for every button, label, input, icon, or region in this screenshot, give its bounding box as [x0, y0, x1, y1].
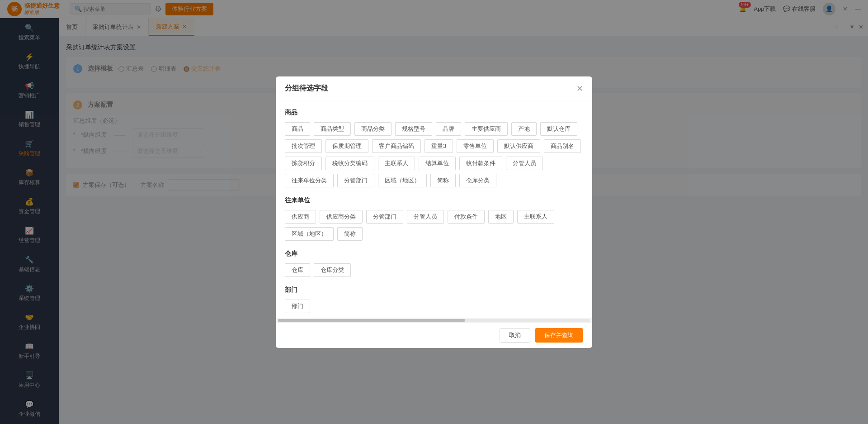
modal-footer: 取消 保存并查询	[276, 322, 592, 348]
field-tag[interactable]: 批次管理	[285, 139, 322, 153]
field-tag[interactable]: 规格型号	[395, 122, 432, 136]
field-tag[interactable]: 默认供应商	[497, 139, 540, 153]
cancel-button[interactable]: 取消	[500, 328, 530, 343]
field-tag[interactable]: 分管部门	[337, 174, 374, 187]
field-tag[interactable]: 商品别名	[544, 139, 581, 153]
section-department-title: 部门	[285, 286, 583, 294]
field-tag[interactable]: 简称	[430, 174, 456, 187]
field-tag[interactable]: 零售单位	[457, 139, 494, 153]
confirm-button[interactable]: 保存并查询	[535, 328, 583, 343]
hscroll-track	[278, 319, 590, 322]
section-warehouse-title: 仓库	[285, 250, 583, 258]
product-field-tags: 商品 商品类型 商品分类 规格型号 品牌 主要供应商 产地 默认仓库 批次管理 …	[285, 122, 583, 187]
field-tag[interactable]: 产地	[511, 122, 537, 136]
section-partner: 往来单位 供应商 供应商分类 分管部门 分管人员 付款条件 地区 主联系人 区域…	[285, 196, 583, 241]
field-tag[interactable]: 往来单位分类	[285, 174, 334, 187]
field-tag[interactable]: 结算单位	[419, 157, 456, 170]
field-tag[interactable]: 商品	[285, 122, 310, 136]
field-tag[interactable]: 收付款条件	[459, 157, 502, 170]
field-tag[interactable]: 付款条件	[448, 210, 485, 224]
field-tag[interactable]: 区域（地区）	[378, 174, 427, 187]
field-tag[interactable]: 简称	[337, 227, 363, 241]
warehouse-field-tags: 仓库 仓库分类	[285, 263, 583, 277]
field-tag[interactable]: 供应商分类	[320, 210, 363, 224]
field-tag[interactable]: 税收分类编码	[326, 157, 374, 170]
modal-body[interactable]: 商品 商品 商品类型 商品分类 规格型号 品牌 主要供应商 产地 默认仓库 批次…	[276, 101, 592, 318]
field-tag[interactable]: 仓库分类	[459, 174, 496, 187]
modal-close-icon[interactable]: ✕	[576, 84, 583, 94]
section-partner-title: 往来单位	[285, 196, 583, 205]
field-tag[interactable]: 区域（地区）	[285, 227, 334, 241]
modal-title: 分组待选字段	[285, 84, 328, 93]
field-tag[interactable]: 重量3	[425, 139, 453, 153]
field-tag[interactable]: 商品类型	[314, 122, 351, 136]
field-tag[interactable]: 分管人员	[506, 157, 543, 170]
field-tag[interactable]: 仓库	[285, 263, 310, 277]
field-tag[interactable]: 主联系人	[517, 210, 554, 224]
field-tag[interactable]: 分管部门	[366, 210, 403, 224]
field-select-modal: 分组待选字段 ✕ 商品 商品 商品类型 商品分类 规格型号 品牌 主要供应商 产…	[276, 76, 592, 348]
field-tag[interactable]: 主联系人	[378, 157, 415, 170]
field-tag[interactable]: 仓库分类	[314, 263, 351, 277]
field-tag[interactable]: 客户商品编码	[372, 139, 421, 153]
partner-field-tags: 供应商 供应商分类 分管部门 分管人员 付款条件 地区 主联系人 区域（地区） …	[285, 210, 583, 241]
field-tag[interactable]: 分管人员	[407, 210, 444, 224]
field-tag[interactable]: 地区	[488, 210, 514, 224]
field-tag[interactable]: 商品分类	[354, 122, 392, 136]
hscroll-thumb[interactable]	[278, 319, 465, 322]
modal-hscrollbar[interactable]	[276, 318, 592, 322]
field-tag[interactable]: 拣货积分	[285, 157, 322, 170]
field-tag[interactable]: 部门	[285, 300, 310, 313]
field-tag[interactable]: 供应商	[285, 210, 316, 224]
section-product: 商品 商品 商品类型 商品分类 规格型号 品牌 主要供应商 产地 默认仓库 批次…	[285, 109, 583, 187]
section-product-title: 商品	[285, 109, 583, 117]
field-tag[interactable]: 保质期管理	[326, 139, 368, 153]
modal-header: 分组待选字段 ✕	[276, 76, 592, 101]
field-tag[interactable]: 品牌	[436, 122, 461, 136]
department-field-tags: 部门	[285, 300, 583, 313]
section-warehouse: 仓库 仓库 仓库分类	[285, 250, 583, 277]
field-tag[interactable]: 主要供应商	[465, 122, 508, 136]
field-tag[interactable]: 默认仓库	[540, 122, 577, 136]
section-department: 部门 部门	[285, 286, 583, 313]
